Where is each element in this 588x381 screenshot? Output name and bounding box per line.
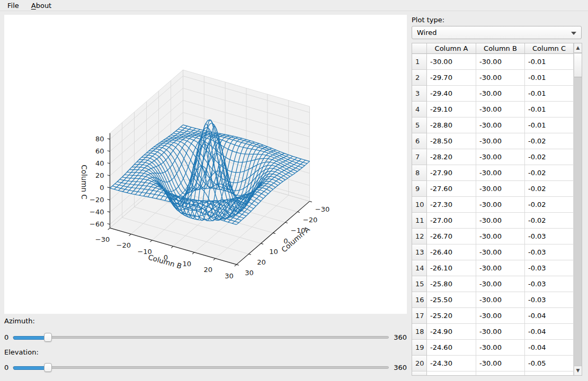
table-cell[interactable]: -24.60	[427, 340, 476, 356]
table-cell[interactable]: -30.00	[476, 356, 525, 371]
table-cell[interactable]: -0.03	[525, 292, 574, 308]
table-cell[interactable]: -0.01	[525, 102, 574, 117]
table-cell[interactable]: -0.02	[525, 149, 574, 165]
table-cell[interactable]: -0.02	[525, 133, 574, 149]
table-cell[interactable]: -0.01	[525, 54, 574, 70]
table-cell[interactable]: -0.05	[525, 356, 574, 371]
table-cell[interactable]: -30.00	[476, 165, 525, 181]
scroll-down-icon[interactable]: ▼	[574, 366, 582, 375]
table-header-column-b[interactable]: Column B	[476, 43, 525, 54]
row-header[interactable]: 20	[412, 356, 427, 371]
table-cell[interactable]: -30.00	[476, 292, 525, 308]
table-cell[interactable]: -30.00	[476, 181, 525, 197]
table-cell[interactable]: -0.01	[525, 117, 574, 133]
row-header[interactable]: 13	[412, 244, 427, 260]
row-header[interactable]: 19	[412, 340, 427, 356]
table-cell[interactable]: -28.80	[427, 117, 476, 133]
table-cell[interactable]: -30.00	[476, 213, 525, 229]
table-cell[interactable]: -30.00	[476, 70, 525, 86]
table-cell[interactable]: -0.03	[525, 276, 574, 292]
menu-item-about[interactable]: About	[29, 1, 54, 10]
elevation-slider[interactable]	[13, 366, 389, 369]
table-cell[interactable]: -0.03	[525, 260, 574, 276]
row-header[interactable]: 4	[412, 102, 427, 117]
menu-item-file[interactable]: File	[5, 1, 21, 10]
row-header[interactable]: 16	[412, 292, 427, 308]
table-cell[interactable]: -28.20	[427, 149, 476, 165]
table-cell[interactable]: -0.02	[525, 213, 574, 229]
table-cell[interactable]: -0.01	[525, 70, 574, 86]
row-header[interactable]: 17	[412, 308, 427, 324]
azimuth-slider-handle[interactable]	[44, 333, 52, 342]
scrollbar-thumb[interactable]	[574, 53, 582, 77]
table-cell[interactable]: -30.00	[476, 133, 525, 149]
table-cell[interactable]: -30.00	[476, 54, 525, 70]
table-cell[interactable]: -30.00	[476, 197, 525, 213]
table-cell[interactable]: -27.00	[427, 213, 476, 229]
table-cell[interactable]: -27.30	[427, 197, 476, 213]
table-cell[interactable]: -30.00	[427, 54, 476, 70]
table-cell[interactable]: -30.00	[476, 260, 525, 276]
table-cell[interactable]: -25.50	[427, 292, 476, 308]
row-header[interactable]: 8	[412, 165, 427, 181]
table-cell[interactable]: -30.00	[476, 276, 525, 292]
table-cell[interactable]: -0.04	[525, 308, 574, 324]
table-cell[interactable]: -30.00	[476, 229, 525, 244]
row-header[interactable]: 12	[412, 229, 427, 244]
row-header[interactable]: 18	[412, 324, 427, 340]
table-cell[interactable]: -30.00	[476, 117, 525, 133]
table-cell[interactable]: -30.00	[476, 102, 525, 117]
row-header[interactable]: 1	[412, 54, 427, 70]
elevation-slider-handle[interactable]	[44, 363, 52, 372]
table-cell[interactable]: -26.10	[427, 260, 476, 276]
table-cell[interactable]: -29.70	[427, 70, 476, 86]
table-cell[interactable]: -29.10	[427, 102, 476, 117]
scroll-up-icon[interactable]: ▲	[574, 43, 582, 53]
table-cell[interactable]: -0.01	[525, 86, 574, 102]
table-cell[interactable]: -0.04	[525, 324, 574, 340]
row-header[interactable]: 5	[412, 117, 427, 133]
table-cell[interactable]: -0.03	[525, 244, 574, 260]
plot-canvas[interactable]: −30−20−100102030−30−20−100102030−60−40−2…	[4, 15, 407, 314]
table-cell[interactable]: -30.00	[476, 149, 525, 165]
scrollbar-track[interactable]	[574, 77, 582, 366]
table-row: 17-25.20-30.00-0.04	[412, 308, 574, 324]
table-cell[interactable]: -0.03	[525, 229, 574, 244]
plot-type-combobox[interactable]: Wired	[412, 26, 582, 39]
table-cell[interactable]: -0.02	[525, 197, 574, 213]
table-cell[interactable]: -30.00	[476, 324, 525, 340]
row-header[interactable]: 9	[412, 181, 427, 197]
table-cell[interactable]: -29.40	[427, 86, 476, 102]
table-cell[interactable]: -27.90	[427, 165, 476, 181]
table-cell[interactable]: -25.80	[427, 276, 476, 292]
table-header-column-c[interactable]: Column C	[525, 43, 574, 54]
table-cell[interactable]: -30.00	[476, 308, 525, 324]
azimuth-slider[interactable]	[13, 336, 389, 339]
row-header[interactable]: 15	[412, 276, 427, 292]
row-header[interactable]: 14	[412, 260, 427, 276]
table-cell[interactable]: -30.00	[476, 340, 525, 356]
table-header-column-a[interactable]: Column A	[427, 43, 476, 54]
table-cell[interactable]: -24.30	[427, 356, 476, 371]
row-header[interactable]: 6	[412, 133, 427, 149]
table-row: 6-28.50-30.00-0.02	[412, 133, 574, 149]
table-cell[interactable]: -0.04	[525, 340, 574, 356]
table-cell[interactable]: -30.00	[476, 86, 525, 102]
table-cell[interactable]: -27.60	[427, 181, 476, 197]
table-cell[interactable]: -0.02	[525, 181, 574, 197]
table-cell[interactable]: -24.90	[427, 324, 476, 340]
row-header[interactable]: 10	[412, 197, 427, 213]
row-header[interactable]: 11	[412, 213, 427, 229]
table-scrollbar[interactable]: ▲ ▼	[574, 43, 582, 375]
table-row: 13-26.40-30.00-0.03	[412, 244, 574, 260]
table-row: 8-27.90-30.00-0.02	[412, 165, 574, 181]
table-cell[interactable]: -0.02	[525, 165, 574, 181]
row-header[interactable]: 2	[412, 70, 427, 86]
table-cell[interactable]: -26.40	[427, 244, 476, 260]
row-header[interactable]: 3	[412, 86, 427, 102]
table-cell[interactable]: -26.70	[427, 229, 476, 244]
row-header[interactable]: 7	[412, 149, 427, 165]
table-cell[interactable]: -30.00	[476, 244, 525, 260]
table-cell[interactable]: -28.50	[427, 133, 476, 149]
table-cell[interactable]: -25.20	[427, 308, 476, 324]
